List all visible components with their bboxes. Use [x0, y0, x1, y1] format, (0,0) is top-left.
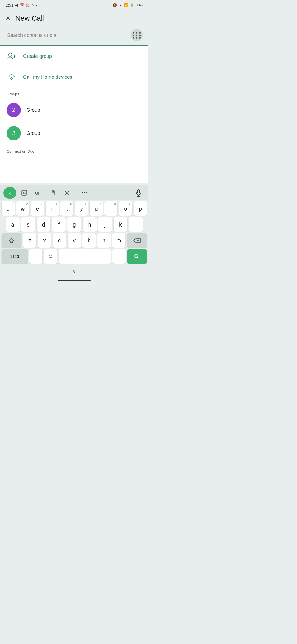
status-left: 2:51 ◀ 📅 🏠 ⌂ ●: [6, 3, 37, 7]
dialpad-icon: [133, 32, 141, 39]
groups-section-header: Groups: [0, 88, 148, 99]
status-right: 🔕 ▲ 📶 🔋 30%: [112, 3, 143, 7]
key-j[interactable]: j: [98, 217, 112, 232]
battery-percent: 30%: [136, 3, 143, 7]
wifi-icon: ▲: [119, 3, 122, 7]
key-f[interactable]: f: [52, 217, 66, 232]
key-comma[interactable]: ,: [29, 249, 42, 264]
keyboard: ‹ GIF •••: [0, 183, 148, 283]
main-content: Create group Call my Home devices Groups…: [0, 46, 148, 183]
navigation-icon: ◀: [15, 3, 18, 7]
keyboard-more-button[interactable]: •••: [78, 187, 92, 199]
key-emoji-face[interactable]: ☺: [44, 249, 57, 264]
keyboard-back-button[interactable]: ‹: [3, 187, 16, 199]
key-o[interactable]: 9o: [119, 201, 132, 216]
svg-point-13: [66, 192, 68, 194]
key-g[interactable]: g: [67, 217, 81, 232]
page-title: New Call: [15, 14, 44, 23]
battery-icon: 🔋: [130, 3, 134, 7]
key-x[interactable]: x: [38, 233, 51, 248]
key-u[interactable]: 7u: [90, 201, 103, 216]
search-bar[interactable]: Search contacts or dial: [0, 26, 148, 46]
key-period[interactable]: .: [112, 249, 125, 264]
key-y[interactable]: 6y: [75, 201, 88, 216]
key-r[interactable]: 4r: [46, 201, 59, 216]
key-w[interactable]: 2w: [16, 201, 29, 216]
key-n[interactable]: n: [97, 233, 111, 248]
home-outline-icon: ⌂: [32, 3, 34, 7]
home-devices-label: Call my Home devices: [23, 74, 72, 80]
svg-point-4: [11, 78, 12, 79]
key-p[interactable]: 0p: [134, 201, 147, 216]
search-input[interactable]: Search contacts or dial: [7, 32, 131, 38]
key-q[interactable]: 1q: [2, 201, 15, 216]
group-2-name: Group: [26, 107, 40, 113]
keyboard-row-1: 1q 2w 3e 4r 5t 6y 7u 8i 9o 0p: [2, 201, 147, 216]
keyboard-rows: 1q 2w 3e 4r 5t 6y 7u 8i 9o 0p a s d f g …: [0, 200, 148, 266]
home-status-icon: 🏠: [26, 3, 30, 7]
home-devices-icon: [7, 72, 16, 82]
key-m[interactable]: m: [112, 233, 125, 248]
bottom-bar: ∨: [0, 266, 148, 278]
toolbar-divider: [76, 189, 76, 197]
key-z[interactable]: z: [23, 233, 36, 248]
calendar-icon: 📅: [20, 3, 24, 7]
keyboard-row-4: ?123 , ☺ .: [2, 249, 147, 264]
dot-icon: ●: [35, 4, 37, 6]
group-3-avatar: 3: [7, 126, 21, 140]
key-l[interactable]: l: [129, 217, 143, 232]
key-k[interactable]: k: [114, 217, 127, 232]
group-2-avatar: 2: [7, 103, 21, 117]
key-search[interactable]: [127, 249, 147, 264]
bottom-spacer: [0, 281, 148, 283]
close-button[interactable]: ✕: [6, 15, 10, 21]
key-shift[interactable]: [2, 233, 21, 248]
status-bar: 2:51 ◀ 📅 🏠 ⌂ ● 🔕 ▲ 📶 🔋 30%: [0, 0, 148, 9]
key-s[interactable]: s: [21, 217, 35, 232]
key-i[interactable]: 8i: [105, 201, 117, 216]
group-2-item[interactable]: 2 Group: [0, 99, 148, 122]
key-v[interactable]: v: [68, 233, 81, 248]
keyboard-clipboard-button[interactable]: [46, 187, 59, 199]
home-devices-item[interactable]: Call my Home devices: [0, 67, 148, 88]
group-3-item[interactable]: 3 Group: [0, 122, 148, 145]
key-b[interactable]: b: [82, 233, 96, 248]
key-space[interactable]: [59, 249, 111, 264]
group-3-name: Group: [26, 130, 40, 136]
svg-point-19: [135, 254, 138, 258]
time: 2:51: [6, 3, 13, 7]
keyboard-mic-button[interactable]: [132, 187, 145, 199]
svg-line-20: [138, 257, 139, 259]
svg-point-7: [25, 192, 25, 193]
key-c[interactable]: c: [53, 233, 66, 248]
svg-rect-5: [22, 190, 27, 195]
create-group-icon: [7, 51, 16, 61]
key-a[interactable]: a: [6, 217, 20, 232]
key-e[interactable]: 3e: [31, 201, 44, 216]
key-h[interactable]: h: [83, 217, 97, 232]
svg-point-0: [9, 53, 12, 56]
key-t[interactable]: 5t: [61, 201, 73, 216]
svg-point-6: [23, 192, 24, 193]
keyboard-emoji-button[interactable]: [18, 187, 31, 199]
header: ✕ New Call: [0, 9, 148, 26]
signal-icon: 📶: [124, 3, 128, 7]
keyboard-toolbar: ‹ GIF •••: [0, 185, 148, 200]
key-d[interactable]: d: [37, 217, 50, 232]
keyboard-settings-button[interactable]: [61, 187, 74, 199]
chevron-down-icon: ∨: [73, 269, 76, 274]
text-cursor: [6, 32, 6, 38]
key-delete[interactable]: [127, 233, 147, 248]
connect-duo-section: Connect on Duo: [0, 145, 148, 158]
keyboard-row-2: a s d f g h j k l: [2, 217, 147, 232]
svg-rect-14: [138, 190, 140, 193]
mute-icon: 🔕: [112, 3, 117, 7]
keyboard-gif-button[interactable]: GIF: [32, 187, 45, 199]
dialpad-button[interactable]: [131, 29, 143, 41]
keyboard-row-3: z x c v b n m: [2, 233, 147, 248]
create-group-label: Create group: [23, 53, 52, 59]
create-group-item[interactable]: Create group: [0, 46, 148, 67]
key-symbols[interactable]: ?123: [2, 249, 28, 264]
